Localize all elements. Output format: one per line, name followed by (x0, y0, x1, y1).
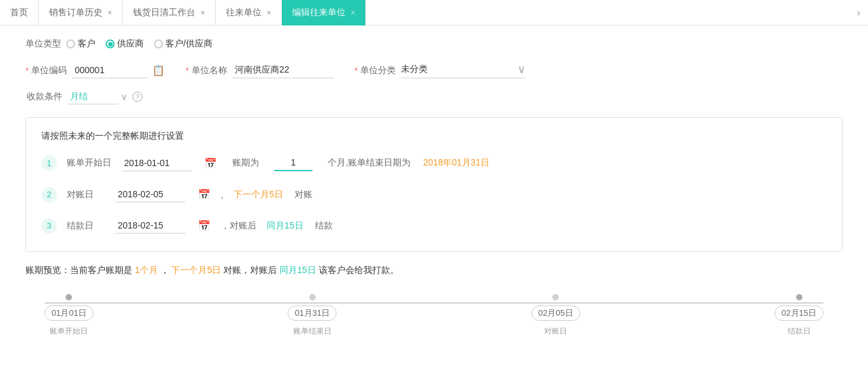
preview-mid2: 对账，对账后 (223, 265, 277, 275)
reconcile-date-input[interactable] (115, 186, 185, 202)
preview-period: 1个月 (135, 265, 158, 275)
preview-next-date: 下一个月5日 (171, 265, 221, 275)
node-dot-3 (552, 294, 559, 300)
timeline-node-2: 01月31日 账单结束日 (288, 292, 337, 337)
payment-help-icon[interactable]: ? (132, 92, 143, 102)
close-cash-work[interactable]: × (200, 8, 205, 17)
payment-row: 收款条件 月结 ∨ ? (27, 88, 843, 104)
radio-customer[interactable]: 客户 (66, 38, 95, 50)
preview-suffix: 该客户会给我打款。 (319, 265, 399, 275)
code-required: * (25, 66, 29, 76)
preview-text: 账期预览：当前客户账期是 1个月 ， 下一个月5日 对账，对账后 同月15日 该… (25, 265, 843, 276)
radio-circle-supplier (106, 39, 115, 48)
code-label: 单位编码 (31, 65, 67, 76)
payment-same-date: 同月15日 (267, 220, 304, 232)
tab-edit-partner[interactable]: 编辑往来单位 × (282, 0, 366, 25)
period-num-input[interactable] (274, 155, 312, 171)
row-desc-1a: 账期为 (232, 157, 259, 169)
payment-arrow-icon: ∨ (121, 92, 127, 102)
node-dot-2 (309, 294, 316, 300)
code-name-classify-row: * 单位编码 📋 * 单位名称 * 单位分类 ∨ (25, 62, 843, 78)
node-sub-3: 对账日 (544, 326, 567, 337)
radio-circle-both (154, 39, 163, 48)
row-num-3: 3 (41, 218, 57, 234)
node-dot-4 (796, 294, 802, 300)
row-label-3: 结款日 (67, 220, 105, 232)
code-field-group: 📋 (72, 62, 165, 78)
start-date-cal-icon[interactable]: 📅 (204, 157, 217, 169)
unit-type-label: 单位类型 (25, 38, 61, 50)
unit-type-radio-group: 客户 供应商 客户/供应商 (66, 38, 213, 50)
start-date-input[interactable] (122, 155, 192, 171)
settings-panel: 请按照未来的一个完整帐期进行设置 1 账单开始日 📅 账期为 个月,账单结束日期… (25, 117, 843, 252)
row-desc-3a: ，对账后 (221, 220, 256, 232)
panel-title: 请按照未来的一个完整帐期进行设置 (41, 130, 827, 142)
node-badge-2: 01月31日 (288, 306, 337, 321)
tab-more-arrow[interactable]: › (850, 7, 868, 18)
setting-row-3: 3 结款日 📅 ，对账后 同月15日 结款 (41, 218, 827, 234)
node-sub-1: 账单开始日 (50, 326, 88, 337)
reconcile-date-cal-icon[interactable]: 📅 (198, 188, 211, 201)
payment-date-input[interactable] (115, 218, 185, 234)
tab-sales-history[interactable]: 销售订单历史 × (39, 0, 123, 25)
setting-row-2: 2 对账日 📅 , 下一个月5日 对账 (41, 186, 827, 202)
payment-date-cal-icon[interactable]: 📅 (198, 220, 211, 232)
classify-arrow-icon[interactable]: ∨ (517, 62, 526, 76)
node-badge-3: 02月05日 (531, 306, 580, 321)
name-required: * (185, 66, 188, 76)
tab-partners[interactable]: 往来单位 × (216, 0, 282, 25)
classify-label: 单位分类 (360, 65, 396, 76)
tab-bar: 首页 销售订单历史 × 钱货日清工作台 × 往来单位 × 编辑往来单位 × › (0, 0, 868, 25)
node-badge-1: 01月01日 (45, 306, 94, 321)
timeline-node-4: 02月15日 结款日 (774, 292, 823, 337)
code-copy-icon[interactable]: 📋 (152, 64, 165, 76)
timeline-container: 01月01日 账单开始日 01月31日 账单结束日 02月05日 对账日 02月… (25, 292, 843, 337)
radio-supplier[interactable]: 供应商 (106, 38, 144, 50)
row-num-1: 1 (41, 155, 57, 171)
close-edit-partner[interactable]: × (351, 8, 355, 17)
tab-home[interactable]: 首页 (0, 0, 39, 25)
reconcile-next-date: 下一个月5日 (234, 189, 283, 201)
timeline-node-3: 02月05日 对账日 (531, 292, 580, 337)
row-desc-1b: 个月,账单结束日期为 (328, 157, 410, 169)
row-desc-2a: , (221, 190, 223, 200)
tab-cash-work[interactable]: 钱货日清工作台 × (123, 0, 216, 25)
payment-select[interactable]: 月结 (67, 88, 118, 104)
row-label-1: 账单开始日 (67, 157, 111, 169)
timeline-node-1: 01月01日 账单开始日 (45, 292, 94, 337)
row-num-2: 2 (41, 187, 57, 202)
preview-mid1: ， (160, 265, 169, 275)
main-content: 单位类型 客户 供应商 客户/供应商 * 单位编码 📋 (0, 25, 868, 387)
name-input[interactable] (232, 62, 334, 78)
node-dot-1 (66, 294, 72, 300)
timeline-nodes: 01月01日 账单开始日 01月31日 账单结束日 02月05日 对账日 02月… (45, 292, 823, 337)
unit-name-item: * 单位名称 (185, 62, 333, 78)
classify-dropdown[interactable]: ∨ (401, 62, 526, 78)
row-desc-3b: 结款 (315, 220, 333, 232)
unit-classify-item: * 单位分类 ∨ (354, 62, 526, 78)
preview-prefix: 账期预览：当前客户账期是 (25, 265, 132, 275)
name-label: 单位名称 (192, 65, 227, 76)
radio-circle-customer (66, 39, 75, 48)
setting-row-1: 1 账单开始日 📅 账期为 个月,账单结束日期为 2018年01月31日 (41, 155, 827, 171)
name-field-group (232, 62, 334, 78)
preview-same-date: 同月15日 (279, 265, 316, 275)
row-label-2: 对账日 (67, 189, 105, 201)
row-desc-2b: 对账 (295, 189, 312, 201)
unit-type-row: 单位类型 客户 供应商 客户/供应商 (25, 38, 843, 50)
unit-code-item: * 单位编码 📋 (25, 62, 165, 78)
close-partners[interactable]: × (267, 8, 271, 17)
close-sales-history[interactable]: × (108, 8, 112, 17)
node-sub-4: 结款日 (788, 326, 811, 337)
node-badge-4: 02月15日 (774, 306, 823, 321)
code-input[interactable] (72, 62, 148, 78)
payment-dropdown[interactable]: 月结 ∨ (67, 88, 127, 104)
classify-input[interactable] (401, 64, 512, 74)
radio-both[interactable]: 客户/供应商 (154, 38, 213, 50)
classify-required: * (354, 66, 358, 76)
node-sub-2: 账单结束日 (293, 326, 332, 337)
period-end-date: 2018年01月31日 (423, 157, 489, 169)
payment-label: 收款条件 (27, 91, 62, 102)
